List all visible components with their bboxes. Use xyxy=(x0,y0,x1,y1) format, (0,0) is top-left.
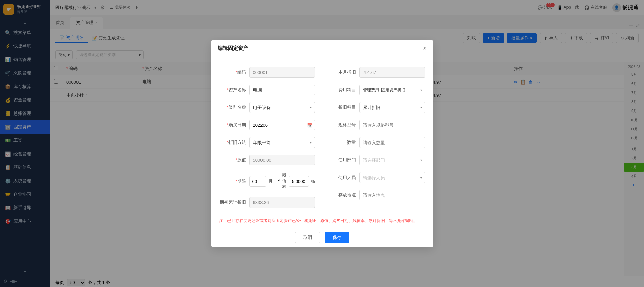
expense-subject-label: 费用科目 xyxy=(329,87,359,93)
form-right: 本月折旧 费用科目 管理费用_固定资产折旧 ▾ xyxy=(322,64,425,211)
period-input[interactable] xyxy=(249,176,266,187)
form-left: *编码 *资产名称 *类别名称 xyxy=(219,64,322,211)
department-select-wrapper: 请选择部门 ▾ xyxy=(359,155,425,165)
form-row-quantity: 数量 xyxy=(329,134,425,151)
modal-note: 注：已经存在变更记录或者对应固定资产已经生成凭证，原值、购买日期、残值率、累计折… xyxy=(211,218,433,228)
modal-close-btn[interactable]: × xyxy=(423,45,427,52)
form-row-name: *资产名称 xyxy=(219,81,315,99)
user-select[interactable]: 请选择人员 xyxy=(359,172,425,183)
modal-header: 编辑固定资产 × xyxy=(211,40,433,57)
dep-method-label: *折旧方法 xyxy=(219,139,249,146)
purchase-date-wrapper: 📅 xyxy=(249,120,315,130)
form-row-location: 存放地点 xyxy=(329,186,425,204)
expense-subject-wrapper: 管理费用_固定资产折旧 ▾ xyxy=(359,85,425,95)
modal-title: 编辑固定资产 xyxy=(218,45,248,52)
form-row-purchase-date: *购买日期 📅 xyxy=(219,116,315,134)
original-value-label: *原值 xyxy=(219,157,249,163)
user-label: 使用人员 xyxy=(329,174,359,181)
save-button[interactable]: 保存 xyxy=(325,232,349,243)
name-input[interactable] xyxy=(249,85,315,95)
monthly-dep-input xyxy=(359,67,425,78)
residual-rate-label: 残值率 xyxy=(282,172,287,190)
calendar-icon: 📅 xyxy=(307,123,312,128)
purchase-date-label: *购买日期 xyxy=(219,122,249,128)
modal-footer: 取消 保存 xyxy=(211,228,433,247)
initial-dep-input[interactable] xyxy=(249,197,315,208)
form-row-category: *类别名称 电子设备 ▾ xyxy=(219,99,315,116)
period-label: *期限 xyxy=(219,178,249,184)
department-select[interactable]: 请选择部门 xyxy=(359,155,425,165)
quantity-input[interactable] xyxy=(359,137,425,148)
category-select-wrapper: 电子设备 ▾ xyxy=(249,102,315,113)
form-grid: *编码 *资产名称 *类别名称 xyxy=(219,64,425,211)
dep-method-select-wrapper: 年限平均 ▾ xyxy=(249,137,315,148)
form-row-dep-method: *折旧方法 年限平均 ▾ xyxy=(219,134,315,151)
form-row-spec: 规格型号 xyxy=(329,116,425,134)
edit-asset-modal: 编辑固定资产 × *编码 *资产名称 xyxy=(211,40,433,247)
spec-input[interactable] xyxy=(359,120,425,130)
location-input[interactable] xyxy=(359,190,425,200)
initial-dep-label: 期初累计折旧 xyxy=(219,199,249,205)
form-row-department: 使用部门 请选择部门 ▾ xyxy=(329,151,425,169)
code-input[interactable] xyxy=(249,67,315,78)
form-row-period: *期限 月 * 残值率 % xyxy=(219,169,315,194)
name-label: *资产名称 xyxy=(219,87,249,93)
category-name-label: *类别名称 xyxy=(219,104,249,110)
purchase-date-input[interactable] xyxy=(249,120,315,130)
spec-label: 规格型号 xyxy=(329,122,359,128)
dep-method-select[interactable]: 年限平均 xyxy=(249,137,315,148)
department-label: 使用部门 xyxy=(329,157,359,163)
note-text: 注：已经存在变更记录或者对应固定资产已经生成凭证，原值、购买日期、残值率、累计折… xyxy=(219,218,417,223)
form-row-dep-subject: 折旧科目 累计折旧 ▾ xyxy=(329,99,425,116)
form-row-expense-subject: 费用科目 管理费用_固定资产折旧 ▾ xyxy=(329,81,425,99)
dep-subject-wrapper: 累计折旧 ▾ xyxy=(359,102,425,113)
quantity-label: 数量 xyxy=(329,139,359,146)
period-unit: 月 xyxy=(268,178,273,184)
cancel-button[interactable]: 取消 xyxy=(295,232,320,243)
location-label: 存放地点 xyxy=(329,192,359,198)
modal-body: *编码 *资产名称 *类别名称 xyxy=(211,57,433,218)
category-select[interactable]: 电子设备 xyxy=(249,102,315,113)
dep-subject-select[interactable]: 累计折旧 xyxy=(359,102,425,113)
user-select-wrapper: 请选择人员 ▾ xyxy=(359,172,425,183)
residual-rate-input[interactable] xyxy=(289,176,309,187)
residual-rate-unit: % xyxy=(311,179,315,184)
code-label: *编码 xyxy=(219,69,249,75)
expense-subject-select[interactable]: 管理费用_固定资产折旧 xyxy=(359,85,425,95)
form-row-initial-dep: 期初累计折旧 xyxy=(219,194,315,211)
modal-overlay: 编辑固定资产 × *编码 *资产名称 xyxy=(0,0,644,287)
original-value-input[interactable] xyxy=(249,155,315,165)
form-row-user: 使用人员 请选择人员 ▾ xyxy=(329,169,425,186)
form-row-code: *编码 xyxy=(219,64,315,81)
form-row-original-value: *原值 xyxy=(219,151,315,169)
period-inline: 月 * 残值率 % xyxy=(249,172,315,190)
dep-subject-label: 折旧科目 xyxy=(329,104,359,110)
form-row-monthly-dep: 本月折旧 xyxy=(329,64,425,81)
monthly-dep-label: 本月折旧 xyxy=(329,69,359,75)
